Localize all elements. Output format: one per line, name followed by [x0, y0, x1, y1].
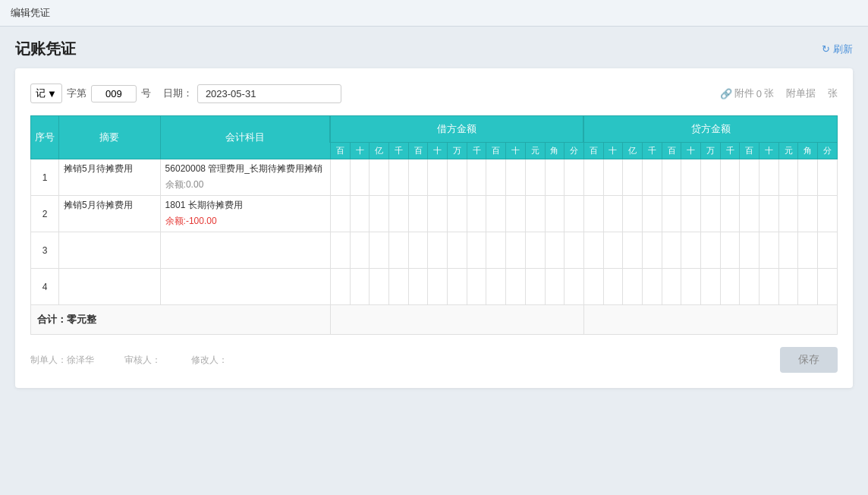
debit-cell-1[interactable]	[330, 269, 350, 305]
credit-cell-11[interactable]	[778, 159, 798, 196]
debit-cell-1[interactable]	[330, 159, 350, 196]
debit-cell-4[interactable]	[389, 196, 409, 232]
credit-cell-3[interactable]	[623, 159, 643, 196]
debit-cell-6[interactable]	[428, 269, 448, 305]
debit-cell-2[interactable]	[350, 269, 370, 305]
credit-cell-2[interactable]	[603, 159, 623, 196]
credit-cell-2[interactable]	[603, 269, 623, 305]
debit-cell-6[interactable]	[428, 159, 448, 196]
debit-cell-8[interactable]	[467, 196, 486, 232]
credit-cell-13[interactable]	[818, 269, 838, 305]
credit-cell-1[interactable]	[583, 159, 603, 196]
credit-cell-10[interactable]	[760, 196, 779, 232]
debit-cell-11[interactable]	[525, 159, 545, 196]
credit-cell-3[interactable]	[623, 196, 643, 232]
credit-cell-10[interactable]	[760, 269, 779, 305]
credit-cell-3[interactable]	[623, 269, 643, 305]
debit-cell-6[interactable]	[428, 196, 448, 232]
credit-cell-13[interactable]	[818, 159, 838, 196]
zi-number-input[interactable]	[91, 85, 137, 102]
credit-cell-4[interactable]	[642, 196, 662, 232]
debit-cell-5[interactable]	[408, 159, 428, 196]
debit-cell-13[interactable]	[565, 196, 584, 232]
debit-cell-10[interactable]	[506, 196, 526, 232]
credit-cell-1[interactable]	[583, 196, 603, 232]
credit-cell-8[interactable]	[720, 269, 740, 305]
debit-cell-9[interactable]	[486, 232, 506, 269]
credit-cell-6[interactable]	[681, 269, 701, 305]
debit-cell-8[interactable]	[467, 269, 486, 305]
debit-cell-1[interactable]	[330, 196, 350, 232]
row-summary[interactable]	[59, 232, 161, 269]
debit-cell-9[interactable]	[486, 196, 506, 232]
row-summary[interactable]: 摊销5月待摊费用	[59, 196, 161, 232]
debit-cell-13[interactable]	[565, 232, 584, 269]
credit-cell-9[interactable]	[740, 159, 760, 196]
credit-cell-7[interactable]	[701, 159, 721, 196]
debit-cell-10[interactable]	[506, 232, 526, 269]
credit-cell-9[interactable]	[740, 232, 760, 269]
debit-cell-4[interactable]	[389, 232, 409, 269]
debit-cell-5[interactable]	[408, 196, 428, 232]
debit-cell-11[interactable]	[525, 269, 545, 305]
credit-cell-5[interactable]	[662, 269, 681, 305]
credit-cell-10[interactable]	[760, 232, 779, 269]
debit-cell-9[interactable]	[486, 159, 506, 196]
credit-cell-4[interactable]	[642, 159, 662, 196]
debit-cell-12[interactable]	[545, 232, 565, 269]
debit-cell-2[interactable]	[350, 159, 370, 196]
debit-cell-6[interactable]	[428, 232, 448, 269]
credit-cell-9[interactable]	[740, 269, 760, 305]
debit-cell-7[interactable]	[448, 196, 467, 232]
credit-cell-11[interactable]	[778, 196, 798, 232]
date-input[interactable]	[197, 84, 341, 103]
credit-cell-7[interactable]	[701, 232, 721, 269]
row-account[interactable]	[160, 232, 330, 269]
refresh-button[interactable]: ↻ 刷新	[822, 43, 853, 56]
credit-cell-4[interactable]	[642, 232, 662, 269]
debit-cell-7[interactable]	[448, 232, 467, 269]
debit-cell-7[interactable]	[448, 269, 467, 305]
debit-cell-10[interactable]	[506, 159, 526, 196]
debit-cell-10[interactable]	[506, 269, 526, 305]
credit-cell-6[interactable]	[681, 232, 701, 269]
credit-cell-5[interactable]	[662, 232, 681, 269]
debit-cell-4[interactable]	[389, 159, 409, 196]
credit-cell-11[interactable]	[778, 232, 798, 269]
credit-cell-8[interactable]	[720, 159, 740, 196]
credit-cell-2[interactable]	[603, 232, 623, 269]
type-select[interactable]: 记 ▼	[30, 84, 62, 103]
row-account[interactable]	[160, 269, 330, 305]
debit-cell-2[interactable]	[350, 196, 370, 232]
credit-cell-7[interactable]	[701, 196, 721, 232]
row-summary[interactable]	[59, 269, 161, 305]
debit-cell-3[interactable]	[370, 196, 389, 232]
credit-cell-12[interactable]	[798, 196, 818, 232]
credit-cell-9[interactable]	[740, 196, 760, 232]
credit-cell-4[interactable]	[642, 269, 662, 305]
debit-cell-5[interactable]	[408, 232, 428, 269]
credit-cell-12[interactable]	[798, 269, 818, 305]
debit-cell-13[interactable]	[565, 269, 584, 305]
credit-cell-8[interactable]	[720, 196, 740, 232]
credit-cell-11[interactable]	[778, 269, 798, 305]
credit-cell-3[interactable]	[623, 232, 643, 269]
debit-cell-2[interactable]	[350, 232, 370, 269]
row-account[interactable]: 56020008 管理费用_长期待摊费用摊销余额:0.00	[160, 159, 330, 196]
debit-cell-5[interactable]	[408, 269, 428, 305]
debit-cell-13[interactable]	[565, 159, 584, 196]
credit-cell-12[interactable]	[798, 159, 818, 196]
debit-cell-7[interactable]	[448, 159, 467, 196]
credit-cell-5[interactable]	[662, 196, 681, 232]
debit-cell-9[interactable]	[486, 269, 506, 305]
credit-cell-13[interactable]	[818, 196, 838, 232]
credit-cell-13[interactable]	[818, 232, 838, 269]
credit-cell-2[interactable]	[603, 196, 623, 232]
debit-cell-12[interactable]	[545, 269, 565, 305]
credit-cell-6[interactable]	[681, 196, 701, 232]
credit-cell-1[interactable]	[583, 232, 603, 269]
debit-cell-3[interactable]	[370, 269, 389, 305]
debit-cell-12[interactable]	[545, 159, 565, 196]
debit-cell-3[interactable]	[370, 159, 389, 196]
credit-cell-10[interactable]	[760, 159, 779, 196]
